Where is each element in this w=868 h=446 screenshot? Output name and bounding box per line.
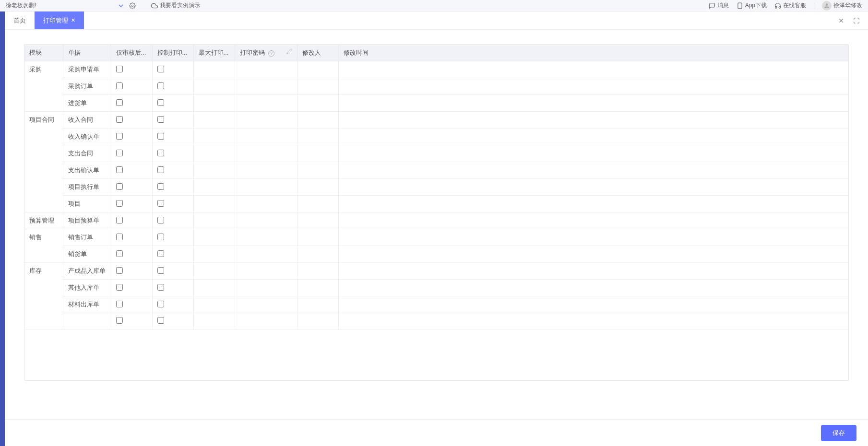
cell-max-print xyxy=(193,162,235,179)
checkbox-audit-only[interactable] xyxy=(116,317,123,324)
cell-print-pwd xyxy=(235,296,297,313)
cell-modify-time xyxy=(338,61,848,78)
cell-control-print xyxy=(152,95,193,112)
avatar-icon xyxy=(822,1,832,11)
table-row: 库存产成品入库单 xyxy=(24,263,848,280)
fullscreen-icon xyxy=(853,17,860,24)
checkbox-control-print[interactable] xyxy=(157,284,164,291)
cell-print-pwd xyxy=(235,196,297,212)
cell-print-pwd xyxy=(235,112,297,129)
content: 首页 打印管理 ✕ xyxy=(5,12,868,446)
th-control-print: 控制打印... xyxy=(152,45,193,61)
gear-icon[interactable] xyxy=(129,2,136,9)
cell-doc: 其他入库单 xyxy=(63,280,111,296)
save-button[interactable]: 保存 xyxy=(821,425,856,441)
user-menu[interactable]: 徐泽华修改 xyxy=(822,1,862,11)
cell-control-print xyxy=(152,145,193,162)
edit-icon[interactable] xyxy=(286,48,292,56)
checkbox-audit-only[interactable] xyxy=(116,99,123,106)
messages-link[interactable]: 消息 xyxy=(709,1,729,10)
cell-modifier xyxy=(297,162,338,179)
tab-close-icon[interactable]: ✕ xyxy=(71,17,75,23)
checkbox-audit-only[interactable] xyxy=(116,166,123,173)
app-download-link[interactable]: App下载 xyxy=(737,1,767,10)
cell-audit-only xyxy=(111,296,152,313)
checkbox-control-print[interactable] xyxy=(157,150,164,156)
org-name: 徐老板勿删! xyxy=(6,1,36,10)
checkbox-audit-only[interactable] xyxy=(116,284,123,291)
cell-modify-time xyxy=(338,263,848,280)
app-download-label: App下载 xyxy=(745,1,767,10)
cell-control-print xyxy=(152,246,193,263)
table-row: 其他入库单 xyxy=(24,280,848,296)
cell-doc: 进货单 xyxy=(63,95,111,112)
table-row: 项目 xyxy=(24,196,848,212)
online-service-label: 在线客服 xyxy=(783,1,806,10)
table-container: 模块 单据 仅审核后... 控制打印... 最大打印... 打印密码 ? xyxy=(24,44,849,381)
checkbox-audit-only[interactable] xyxy=(116,66,123,72)
cell-audit-only xyxy=(111,95,152,112)
cell-doc: 材料出库单 xyxy=(63,296,111,313)
cell-modify-time xyxy=(338,129,848,145)
table-row: 预算管理项目预算单 xyxy=(24,212,848,229)
checkbox-audit-only[interactable] xyxy=(116,200,123,207)
cell-modify-time xyxy=(338,313,848,329)
left-nav-strip[interactable] xyxy=(0,12,5,446)
table-row: 支出确认单 xyxy=(24,162,848,179)
cell-modify-time xyxy=(338,212,848,229)
checkbox-audit-only[interactable] xyxy=(116,301,123,307)
checkbox-audit-only[interactable] xyxy=(116,116,123,123)
cell-modifier xyxy=(297,129,338,145)
cell-max-print xyxy=(193,229,235,246)
table-row: 收入确认单 xyxy=(24,129,848,145)
help-icon[interactable]: ? xyxy=(268,50,274,57)
table-scroll[interactable]: 模块 单据 仅审核后... 控制打印... 最大打印... 打印密码 ? xyxy=(24,45,848,380)
table-row: 支出合同 xyxy=(24,145,848,162)
checkbox-control-print[interactable] xyxy=(157,99,164,106)
checkbox-audit-only[interactable] xyxy=(116,150,123,156)
checkbox-control-print[interactable] xyxy=(157,234,164,240)
cell-doc: 支出合同 xyxy=(63,145,111,162)
checkbox-control-print[interactable] xyxy=(157,200,164,207)
checkbox-control-print[interactable] xyxy=(157,317,164,324)
checkbox-audit-only[interactable] xyxy=(116,234,123,240)
tab-print-management[interactable]: 打印管理 ✕ xyxy=(35,12,84,29)
online-service-link[interactable]: 在线客服 xyxy=(774,1,806,10)
cell-audit-only xyxy=(111,112,152,129)
checkbox-control-print[interactable] xyxy=(157,183,164,190)
cell-control-print xyxy=(152,212,193,229)
checkbox-audit-only[interactable] xyxy=(116,217,123,223)
cell-max-print xyxy=(193,78,235,95)
tabbar-actions xyxy=(835,12,868,29)
cell-modifier xyxy=(297,246,338,263)
checkbox-audit-only[interactable] xyxy=(116,250,123,257)
checkbox-control-print[interactable] xyxy=(157,82,164,89)
checkbox-audit-only[interactable] xyxy=(116,183,123,190)
headset-icon xyxy=(774,2,781,9)
checkbox-control-print[interactable] xyxy=(157,250,164,257)
fullscreen-button[interactable] xyxy=(851,15,862,26)
blank-space xyxy=(24,381,849,419)
checkbox-control-print[interactable] xyxy=(157,116,164,123)
checkbox-control-print[interactable] xyxy=(157,217,164,223)
demo-link[interactable]: 我要看实例演示 xyxy=(151,1,200,10)
tab-home[interactable]: 首页 xyxy=(5,12,35,29)
checkbox-control-print[interactable] xyxy=(157,66,164,72)
topbar-right: 消息 App下载 在线客服 徐泽华修改 xyxy=(709,1,862,11)
close-all-tabs-button[interactable] xyxy=(835,15,847,26)
th-max-print: 最大打印... xyxy=(193,45,235,61)
checkbox-control-print[interactable] xyxy=(157,301,164,307)
cell-control-print xyxy=(152,196,193,212)
cell-control-print xyxy=(152,296,193,313)
main-area: 首页 打印管理 ✕ xyxy=(0,12,868,446)
cell-audit-only xyxy=(111,229,152,246)
org-selector[interactable]: 徐老板勿删! xyxy=(6,1,123,10)
checkbox-audit-only[interactable] xyxy=(116,267,123,274)
checkbox-control-print[interactable] xyxy=(157,267,164,274)
checkbox-control-print[interactable] xyxy=(157,133,164,140)
checkbox-control-print[interactable] xyxy=(157,166,164,173)
cell-max-print xyxy=(193,246,235,263)
checkbox-audit-only[interactable] xyxy=(116,82,123,89)
cell-audit-only xyxy=(111,313,152,329)
checkbox-audit-only[interactable] xyxy=(116,133,123,140)
